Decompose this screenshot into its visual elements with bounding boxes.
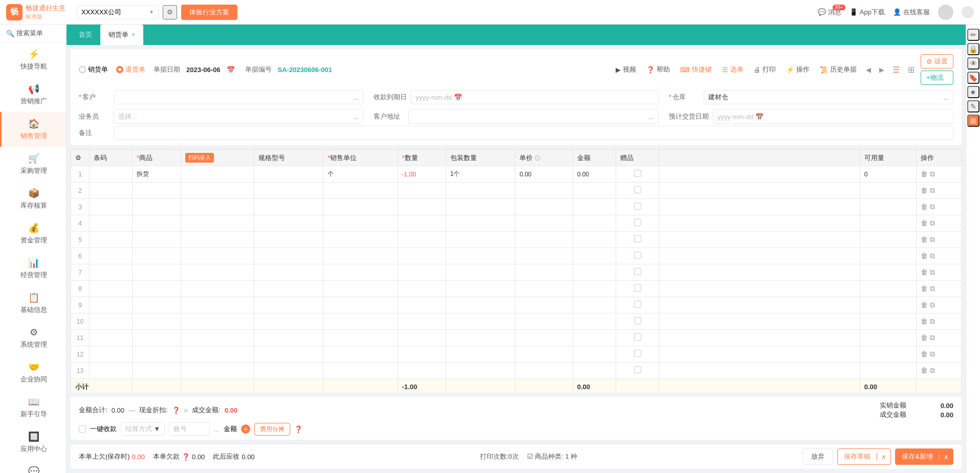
due-date-input[interactable]: yyyy-mm-dd 📅 (411, 90, 658, 104)
trial-btn[interactable]: 体验行业方案 (181, 5, 237, 20)
delete-icon[interactable]: 🗑 (921, 202, 928, 211)
cell-qty[interactable] (398, 183, 446, 199)
cell-pkg-qty[interactable] (446, 199, 515, 215)
cell-product[interactable] (133, 281, 181, 297)
cell-product[interactable] (133, 199, 181, 215)
cell-barcode[interactable] (90, 281, 133, 297)
print-btn[interactable]: 🖨 打印 (751, 64, 779, 75)
sidebar-item-marketing[interactable]: 📢 营销推广 (0, 77, 66, 112)
cell-unit[interactable] (323, 199, 398, 215)
cell-amount[interactable]: 0.00 (573, 166, 616, 183)
right-tool-bookmark[interactable]: 🔖 (967, 72, 979, 84)
cell-spec[interactable] (254, 297, 323, 313)
cell-pkg-qty[interactable] (446, 183, 515, 199)
copy-icon[interactable]: ⧉ (930, 219, 935, 228)
cell-pkg-qty[interactable] (446, 264, 515, 281)
right-tool-edit[interactable]: ✏ (967, 29, 979, 41)
cell-product[interactable] (133, 264, 181, 281)
owe-question-icon[interactable]: ❓ (182, 453, 190, 461)
delete-icon[interactable]: 🗑 (921, 350, 928, 358)
action-btn[interactable]: ⚡ 操作 (783, 64, 813, 75)
delete-icon[interactable]: 🗑 (921, 268, 928, 277)
copy-icon[interactable]: ⧉ (930, 235, 935, 244)
cell-gift[interactable] (616, 363, 659, 379)
cell-qty[interactable] (398, 248, 446, 264)
copy-icon[interactable]: ⧉ (930, 350, 935, 358)
warehouse-input[interactable]: 建材仓 ... (704, 90, 953, 104)
cell-spec[interactable] (254, 199, 323, 215)
payment-account-select[interactable]: 账号 (169, 422, 210, 436)
sidebar-item-quick-nav[interactable]: ⚡ 快捷导航 (0, 42, 66, 77)
cell-spec[interactable] (254, 346, 323, 363)
cell-price[interactable] (515, 199, 573, 215)
cell-qty[interactable] (398, 363, 446, 379)
copy-icon[interactable]: ⧉ (930, 317, 935, 326)
cell-price[interactable] (515, 281, 573, 297)
sidebar-item-system[interactable]: ⚙ 系统管理 (0, 321, 66, 355)
delete-icon[interactable]: 🗑 (921, 235, 928, 244)
right-tool-lock[interactable]: 🔒 (967, 43, 979, 55)
video-btn[interactable]: ▶ 视频 (613, 64, 639, 75)
cell-qty[interactable] (398, 281, 446, 297)
calendar-icon[interactable]: 📅 (227, 66, 235, 74)
copy-icon[interactable]: ⧉ (930, 202, 935, 211)
tab-home[interactable]: 首页 (71, 25, 100, 45)
delete-icon[interactable]: 🗑 (921, 284, 928, 293)
tab-close-icon[interactable]: × (132, 31, 135, 38)
delete-icon[interactable]: 🗑 (921, 170, 928, 178)
cell-qty[interactable] (398, 346, 446, 363)
cell-price[interactable] (515, 313, 573, 330)
cell-pkg-qty[interactable] (446, 330, 515, 346)
customer-dots[interactable]: ... (353, 94, 359, 101)
cell-price[interactable] (515, 363, 573, 379)
view-grid-btn[interactable]: ⊞ (906, 64, 917, 76)
sidebar-item-apps[interactable]: 🔲 应用中心 (0, 425, 66, 460)
cell-qty[interactable] (398, 330, 446, 346)
cell-product[interactable] (133, 248, 181, 264)
cell-barcode[interactable] (90, 248, 133, 264)
app-download-btn[interactable]: 📱 App下载 (850, 8, 885, 17)
cell-gift[interactable] (616, 297, 659, 313)
cell-qty[interactable] (398, 313, 446, 330)
cell-price[interactable] (515, 232, 573, 248)
add-payment-btn[interactable]: + (241, 424, 250, 434)
customer-input[interactable]: ... (114, 90, 363, 104)
product-types-checkbox[interactable]: ☑ (527, 453, 533, 460)
sidebar-item-guide[interactable]: 📖 新手引导 (0, 390, 66, 425)
expected-date-calendar-icon[interactable]: 📅 (755, 113, 764, 121)
delete-icon[interactable]: 🗑 (921, 301, 928, 309)
cell-unit[interactable] (323, 248, 398, 264)
remarks-input[interactable] (114, 126, 953, 140)
payment-dots[interactable]: ... (214, 425, 220, 433)
sidebar-search[interactable]: 🔍 搜索菜单 (0, 25, 66, 42)
help-btn[interactable]: ❓ 帮助 (643, 64, 673, 75)
cell-spec[interactable] (254, 363, 323, 379)
cell-spec[interactable] (254, 183, 323, 199)
cell-unit[interactable] (323, 264, 398, 281)
cell-gift[interactable] (616, 264, 659, 281)
cell-product[interactable] (133, 363, 181, 379)
customer-addr-input[interactable]: ... (408, 109, 658, 124)
cell-product[interactable] (133, 215, 181, 232)
user-menu[interactable] (962, 6, 974, 18)
cell-qty[interactable] (398, 215, 446, 232)
copy-icon[interactable]: ⧉ (930, 268, 935, 277)
radio-return[interactable]: 退货单 (116, 65, 145, 74)
view-list-btn[interactable]: ☰ (890, 64, 902, 76)
copy-icon[interactable]: ⧉ (930, 170, 935, 178)
cell-gift[interactable] (616, 166, 659, 183)
cell-barcode[interactable] (90, 313, 133, 330)
cell-qty[interactable]: -1.00 (398, 166, 446, 183)
cell-gift[interactable] (616, 232, 659, 248)
cell-pkg-qty[interactable] (446, 363, 515, 379)
sidebar-item-operations[interactable]: 📊 经营管理 (0, 251, 66, 286)
cell-gift[interactable] (616, 330, 659, 346)
cell-pkg-qty[interactable] (446, 313, 515, 330)
cell-unit[interactable] (323, 330, 398, 346)
customer-addr-dots[interactable]: ... (648, 113, 654, 121)
abandon-btn[interactable]: 放弃 (802, 448, 833, 465)
copy-icon[interactable]: ⧉ (930, 252, 935, 260)
cell-barcode[interactable] (90, 297, 133, 313)
cell-price[interactable] (515, 215, 573, 232)
cell-amount[interactable] (573, 232, 616, 248)
